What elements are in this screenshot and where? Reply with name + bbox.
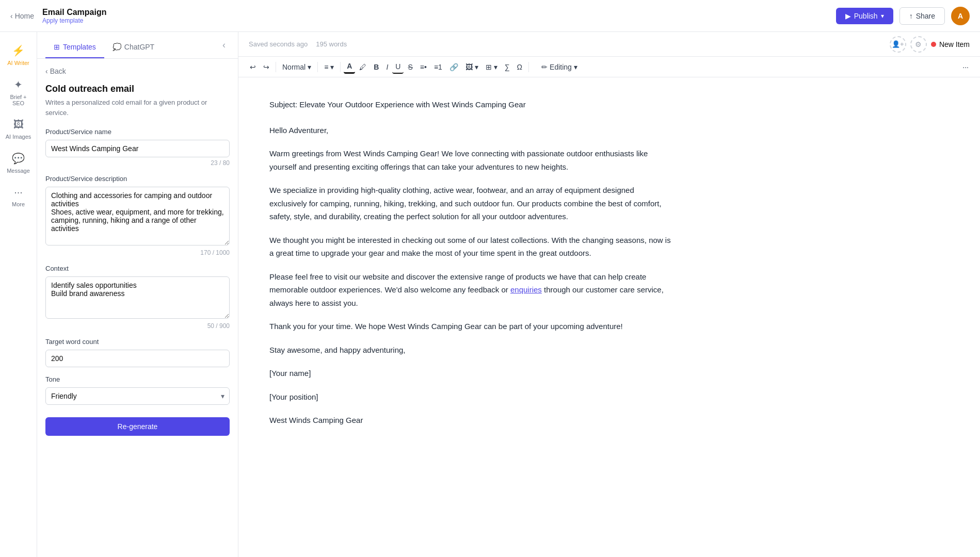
diamond-icon: ✦	[14, 78, 23, 91]
word-count-field: Target word count	[45, 338, 230, 367]
tone-select[interactable]: Friendly Professional Casual Formal Humo…	[45, 387, 230, 405]
nav-left: ‹ Home Email Campaign Apply template	[10, 8, 107, 24]
share-button[interactable]: ↑ Share	[899, 7, 945, 25]
share-label: Share	[916, 12, 935, 20]
new-item-label: New Item	[939, 40, 970, 48]
undo-button[interactable]: ↩	[247, 61, 259, 73]
product-desc-input[interactable]	[45, 187, 230, 245]
chat-icon: 💭	[113, 43, 121, 51]
back-icon: ‹	[45, 67, 48, 75]
regenerate-button[interactable]: Re-generate	[45, 417, 230, 436]
context-field: Context 50 / 900	[45, 265, 230, 330]
image-button[interactable]: 🖼 ▾	[462, 61, 481, 73]
publish-button[interactable]: ▶ Publish ▾	[836, 8, 893, 24]
panel-content: ‹ Back Cold outreach email Writes a pers…	[37, 59, 238, 557]
context-input[interactable]	[45, 276, 230, 319]
editing-mode-button[interactable]: ✏ Editing ▾	[536, 61, 583, 73]
sidebar-item-label: AI Images	[6, 134, 31, 140]
email-greeting: Hello Adventurer,	[269, 124, 672, 137]
editor-meta: Saved seconds ago 195 words	[249, 40, 347, 48]
word-count-input[interactable]	[45, 350, 230, 367]
email-paragraph-1: Warm greetings from West Winds Camping G…	[269, 147, 672, 173]
back-button[interactable]: ‹ Back	[45, 67, 230, 75]
sidebar-item-label: Brief + SEO	[5, 94, 32, 106]
back-label: Back	[50, 67, 66, 75]
saved-status: Saved seconds ago	[249, 40, 308, 48]
toolbar-divider-4	[528, 62, 529, 72]
template-title: Cold outreach email	[45, 84, 230, 94]
sidebar-item-ai-writer[interactable]: ⚡ AI Writer	[3, 40, 34, 70]
home-link[interactable]: ‹ Home	[10, 12, 34, 20]
collaborator-avatar-placeholder[interactable]: 👤+	[890, 36, 906, 53]
publish-icon: ▶	[845, 12, 851, 20]
italic-button[interactable]: I	[383, 61, 391, 73]
product-name-input[interactable]	[45, 140, 230, 157]
special-char-button[interactable]: Ω	[514, 61, 525, 73]
panel: ⊞ Templates 💭 ChatGPT ‹ ‹ Back Cold outr…	[37, 32, 238, 557]
link-button[interactable]: 🔗	[446, 61, 461, 73]
format-label: Normal	[282, 63, 306, 71]
settings-placeholder[interactable]: ⚙	[910, 36, 927, 53]
page-title: Email Campaign	[42, 8, 106, 17]
tone-select-wrapper: Friendly Professional Casual Formal Humo…	[45, 387, 230, 405]
word-count-status: 195 words	[316, 40, 347, 48]
tone-label: Tone	[45, 375, 230, 383]
tab-templates[interactable]: ⊞ Templates	[45, 37, 104, 58]
context-char-count: 50 / 900	[45, 322, 230, 330]
sidebar-item-message[interactable]: 💬 Message	[3, 148, 34, 178]
editor-content[interactable]: Subject: Elevate Your Outdoor Experience…	[238, 77, 703, 557]
bullet-list-button[interactable]: ≡•	[417, 61, 430, 73]
redo-button[interactable]: ↪	[260, 61, 272, 73]
apply-template-link[interactable]: Apply template	[42, 17, 106, 24]
product-desc-label: Product/Service description	[45, 175, 230, 183]
editor-topbar: Saved seconds ago 195 words 👤+ ⚙ New Ite…	[238, 32, 980, 57]
publish-label: Publish	[854, 12, 878, 20]
underline-button[interactable]: U	[392, 60, 404, 74]
ordered-list-button[interactable]: ≡1	[431, 61, 445, 73]
tab-label: ChatGPT	[124, 43, 154, 51]
sidebar-item-more[interactable]: ··· More	[3, 182, 34, 211]
tab-chatgpt[interactable]: 💭 ChatGPT	[104, 37, 163, 58]
image-icon: 🖼	[13, 119, 24, 130]
grid-icon: ⊞	[54, 43, 60, 51]
email-signature-company: West Winds Camping Gear	[269, 414, 672, 427]
add-user-icon: 👤+	[892, 40, 904, 48]
lightning-icon: ⚡	[12, 44, 25, 57]
chevron-left-icon: ‹	[10, 12, 13, 20]
template-description: Writes a personalized cold email for a g…	[45, 97, 230, 118]
editing-chevron-icon: ▾	[574, 63, 577, 71]
pencil-icon: ✏	[541, 63, 548, 71]
panel-collapse-button[interactable]: ‹	[218, 38, 230, 53]
sidebar-item-label: More	[12, 201, 25, 207]
toolbar-divider-2	[317, 62, 318, 72]
product-name-char-count: 23 / 80	[45, 159, 230, 167]
format-select[interactable]: Normal ▾	[279, 61, 314, 73]
email-subject: Subject: Elevate Your Outdoor Experience…	[269, 98, 672, 111]
context-label: Context	[45, 265, 230, 272]
product-name-field: Product/Service name 23 / 80	[45, 128, 230, 167]
formula-button[interactable]: ∑	[502, 61, 513, 73]
bold-button[interactable]: B	[371, 61, 382, 73]
editing-label: Editing	[550, 63, 572, 71]
new-item-indicator: New Item	[931, 40, 970, 48]
product-name-label: Product/Service name	[45, 128, 230, 136]
strikethrough-button[interactable]: S	[405, 61, 415, 73]
enquiries-link[interactable]: enquiries	[510, 285, 542, 294]
align-button[interactable]: ≡ ▾	[321, 61, 337, 73]
panel-tabs: ⊞ Templates 💭 ChatGPT ‹	[37, 32, 238, 59]
text-color-button[interactable]: A	[344, 60, 355, 74]
user-avatar[interactable]: A	[951, 7, 970, 25]
share-icon: ↑	[909, 12, 913, 20]
message-icon: 💬	[12, 152, 25, 165]
sidebar-item-brief-seo[interactable]: ✦ Brief + SEO	[3, 74, 34, 110]
email-closing: Stay awesome, and happy adventuring,	[269, 343, 672, 357]
tone-field: Tone Friendly Professional Casual Formal…	[45, 375, 230, 405]
highlight-button[interactable]: 🖊	[356, 61, 369, 73]
sidebar-item-ai-images[interactable]: 🖼 AI Images	[3, 114, 34, 144]
table-button[interactable]: ⊞ ▾	[483, 61, 501, 73]
more-options-button[interactable]: ···	[959, 61, 972, 73]
nav-title-group: Email Campaign Apply template	[42, 8, 106, 24]
product-desc-field: Product/Service description 170 / 1000	[45, 175, 230, 256]
icon-sidebar: ⚡ AI Writer ✦ Brief + SEO 🖼 AI Images 💬 …	[0, 32, 37, 557]
sidebar-item-label: AI Writer	[7, 60, 29, 66]
